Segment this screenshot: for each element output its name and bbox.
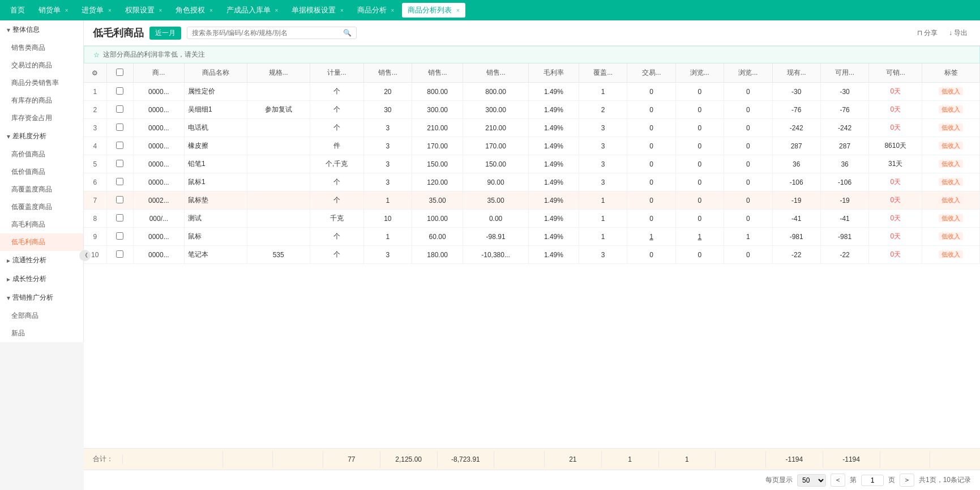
sidebar-group-growth[interactable]: ▸ 成长性分析 [0,270,83,288]
nav-close-roles[interactable]: × [209,7,213,14]
sidebar-item-new-goods[interactable]: 新品 [0,325,83,342]
sidebar-group-general[interactable]: ▾ 整体信息 [0,20,83,39]
export-button[interactable]: ↓ 导出 [945,27,971,40]
next-page-button[interactable]: ＞ [900,474,914,487]
col-margin[interactable]: 毛利率 [528,63,579,83]
row-checkbox[interactable] [106,83,133,101]
col-qty[interactable]: 销售... [363,63,412,83]
row-name[interactable]: 鼠标垫 [184,191,247,210]
col-name[interactable]: 商品名称 [184,63,247,83]
sidebar-group-marketing[interactable]: ▾ 营销推广分析 [0,288,83,307]
sidebar-item-capital[interactable]: 库存资金占用 [0,109,83,127]
row-select-checkbox[interactable] [116,123,123,131]
row-select-checkbox[interactable] [116,160,123,167]
sidebar-item-high-value[interactable]: 高价值商品 [0,146,83,163]
row-select-checkbox[interactable] [116,178,123,185]
nav-close-analysis[interactable]: × [391,7,394,14]
nav-permissions[interactable]: 权限设置 × [119,3,168,18]
date-filter-button[interactable]: 近一月 [149,27,181,40]
nav-sales[interactable]: 销货单 × [33,3,74,18]
row-checkbox[interactable] [106,173,133,191]
row-spec [247,173,310,191]
row-checkbox[interactable] [106,210,133,228]
sidebar-item-in-stock[interactable]: 有库存的商品 [0,92,83,109]
col-browse1[interactable]: 浏览... [675,63,724,83]
col-tag[interactable]: 标签 [922,63,980,83]
nav-purchase[interactable]: 进货单 × [76,3,117,18]
row-select-checkbox[interactable] [116,232,123,240]
row-checkbox[interactable] [106,246,133,264]
search-input[interactable] [192,29,343,37]
sidebar-item-sales-goods[interactable]: 销售类商品 [0,39,83,57]
nav-close-purchase[interactable]: × [108,7,112,14]
row-checkbox[interactable] [106,191,133,210]
sidebar-item-low-margin[interactable]: 低毛利商品 [0,233,83,251]
search-icon[interactable]: 🔍 [343,29,352,37]
nav-close-analysis-list[interactable]: × [456,7,460,14]
row-name[interactable]: 吴细细1 [184,101,247,119]
nav-roles[interactable]: 角色授权 × [170,3,218,18]
sidebar-item-all-goods[interactable]: 全部商品 [0,307,83,325]
col-unit[interactable]: 计量... [310,63,363,83]
nav-close-permissions[interactable]: × [159,7,162,14]
row-select-checkbox[interactable] [116,214,123,221]
row-name[interactable]: 铅笔1 [184,155,247,173]
nav-analysis-list[interactable]: 商品分析列表 × [402,3,465,18]
col-saleable[interactable]: 可销... [869,63,922,83]
col-avail[interactable]: 可用... [820,63,868,83]
row-select-checkbox[interactable] [116,87,123,95]
row-name[interactable]: 笔记本 [184,246,247,264]
row-checkbox[interactable] [106,155,133,173]
nav-close-template[interactable]: × [340,7,344,14]
row-name[interactable]: 属性定价 [184,83,247,101]
sidebar-group-liquidity[interactable]: ▸ 流通性分析 [0,251,83,270]
nav-template[interactable]: 单据模板设置 × [286,3,349,18]
prev-page-button[interactable]: ＜ [831,474,845,487]
sidebar-item-high-coverage[interactable]: 高覆盖度商品 [0,181,83,198]
col-amount[interactable]: 销售... [463,63,529,83]
col-settings[interactable]: ⚙ [84,63,106,83]
row-checkbox[interactable] [106,228,133,246]
tag-badge: 低收入 [939,142,963,150]
col-browse2[interactable]: 浏览... [724,63,772,83]
row-select-checkbox[interactable] [116,196,123,203]
sidebar-item-traded-goods[interactable]: 交易过的商品 [0,57,83,74]
row-name[interactable]: 鼠标1 [184,173,247,191]
col-coverage[interactable]: 覆盖... [579,63,627,83]
row-select-checkbox[interactable] [116,142,123,149]
row-checkbox[interactable] [106,101,133,119]
row-name[interactable]: 测试 [184,210,247,228]
col-trade[interactable]: 交易... [627,63,675,83]
nav-home[interactable]: 首页 [5,3,31,18]
row-name[interactable]: 鼠标 [184,228,247,246]
share-button[interactable]: ⊓ 分享 [914,27,941,40]
nav-analysis[interactable]: 商品分析 × [352,3,400,18]
row-trade[interactable]: 1 [627,228,675,246]
nav-close-products[interactable]: × [275,7,279,14]
col-spec[interactable]: 规格... [247,63,310,83]
row-trade: 0 [627,173,675,191]
sidebar-item-low-value[interactable]: 低价值商品 [0,163,83,181]
sidebar-item-category-rate[interactable]: 商品分类销售率 [0,74,83,92]
col-price[interactable]: 销售... [412,63,463,83]
col-stock[interactable]: 现有... [772,63,820,83]
nav-products[interactable]: 产成品入库单 × [221,3,284,18]
sidebar-item-low-coverage[interactable]: 低覆盖度商品 [0,198,83,216]
page-size-select[interactable]: 50 100 200 [797,474,826,487]
row-name[interactable]: 电话机 [184,119,247,137]
sidebar-collapse-button[interactable]: 《 [79,250,91,261]
row-select-checkbox[interactable] [116,250,123,258]
row-select-checkbox[interactable] [116,105,123,113]
sidebar-group-consumption[interactable]: ▾ 差耗度分析 [0,127,83,146]
col-code[interactable]: 商... [133,63,184,83]
row-price: 150.00 [412,155,463,173]
select-all-checkbox[interactable] [116,69,123,76]
row-checkbox[interactable] [106,137,133,155]
row-name[interactable]: 橡皮擦 [184,137,247,155]
sidebar-item-high-margin[interactable]: 高毛利商品 [0,216,83,233]
page-number-input[interactable] [861,475,884,486]
row-checkbox[interactable] [106,119,133,137]
nav-close-sales[interactable]: × [65,7,69,14]
row-browse1[interactable]: 1 [675,228,724,246]
col-checkbox[interactable] [106,63,133,83]
